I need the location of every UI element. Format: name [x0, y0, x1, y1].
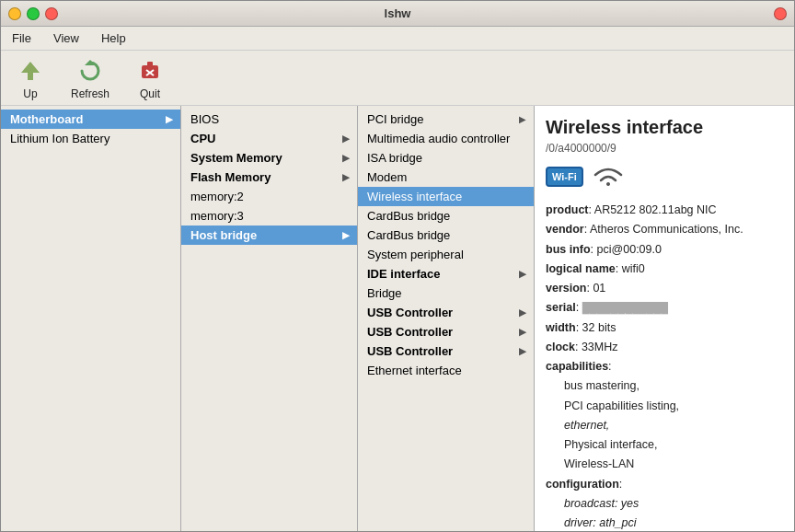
up-icon	[16, 56, 45, 86]
up-button[interactable]: Up	[8, 52, 52, 104]
list-item-ide[interactable]: IDE interface ▶	[358, 264, 534, 283]
usb2-arrow: ▶	[519, 327, 526, 337]
toolbar: Up Refresh Quit	[1, 51, 794, 106]
window-title: lshw	[385, 6, 411, 20]
hostbridge-arrow: ▶	[342, 230, 350, 240]
cap-2: ethernet,	[564, 416, 783, 435]
list-item-system-peripheral[interactable]: System peripheral	[358, 245, 534, 264]
minimize-button[interactable]	[8, 7, 21, 20]
list-item-bridge[interactable]: Bridge	[358, 283, 534, 303]
flash-arrow: ▶	[342, 172, 350, 182]
detail-clock-row: clock: 33MHz	[546, 338, 783, 357]
list-item-wireless[interactable]: Wireless interface	[358, 187, 534, 206]
panel-components: BIOS CPU ▶ System Memory ▶ Flash Memory …	[181, 106, 358, 531]
detail-configuration-label: configuration:	[546, 475, 783, 494]
battery-label: Lithium Ion Battery	[10, 132, 109, 145]
cfg-driver: driver: ath_pci	[564, 514, 783, 531]
wifi-icon-area: Wi-Fi	[546, 164, 783, 190]
cap-0: bus mastering,	[564, 376, 783, 396]
menu-view[interactable]: View	[50, 29, 83, 47]
detail-capabilities-label: capabilities:	[546, 357, 783, 376]
sidebar-item-motherboard[interactable]: Motherboard ▶	[1, 110, 180, 129]
detail-title: Wireless interface	[546, 117, 783, 138]
cfg-broadcast: broadcast: yes	[564, 494, 783, 514]
menu-file[interactable]: File	[8, 29, 35, 47]
svg-marker-1	[21, 62, 40, 73]
detail-serial-row: serial: ████████████	[546, 298, 783, 318]
list-item-cpu[interactable]: CPU ▶	[181, 129, 357, 148]
list-item-memory2[interactable]: memory:2	[181, 187, 357, 206]
cap-4: Wireless-LAN	[564, 455, 783, 474]
menu-help[interactable]: Help	[98, 29, 130, 47]
main-window: lshw File View Help Up Refre	[0, 0, 795, 532]
panel-pci-devices: PCI bridge ▶ Multimedia audio controller…	[358, 106, 535, 531]
list-item-pci-bridge[interactable]: PCI bridge ▶	[358, 110, 534, 129]
titlebar-buttons	[8, 7, 58, 20]
serial-redacted: ████████████	[582, 302, 669, 313]
maximize-button[interactable]	[27, 7, 40, 20]
list-item-isa-bridge[interactable]: ISA bridge	[358, 148, 534, 168]
list-item-memory3[interactable]: memory:3	[181, 206, 357, 226]
usb3-arrow: ▶	[519, 346, 526, 356]
refresh-button[interactable]: Refresh	[63, 52, 117, 104]
list-item-usb-3[interactable]: USB Controller ▶	[358, 341, 534, 361]
menubar: File View Help	[1, 27, 794, 51]
list-item-cardbus-2[interactable]: CardBus bridge	[358, 226, 534, 245]
list-item-system-memory[interactable]: System Memory ▶	[181, 148, 357, 168]
list-item-usb-2[interactable]: USB Controller ▶	[358, 322, 534, 341]
detail-vendor-row: vendor: Atheros Communications, Inc.	[546, 220, 783, 239]
cap-1: PCI capabilities listing,	[564, 397, 783, 416]
titlebar: lshw	[1, 1, 794, 27]
list-item-modem[interactable]: Modem	[358, 168, 534, 187]
detail-version-row: version: 01	[546, 279, 783, 298]
svg-rect-4	[147, 62, 153, 69]
wifi-badge: Wi-Fi	[546, 167, 583, 187]
quit-label: Quit	[140, 87, 160, 100]
detail-path: /0/a4000000/9	[546, 142, 783, 155]
content-area: Motherboard ▶ Lithium Ion Battery BIOS C…	[1, 106, 794, 531]
usb1-arrow: ▶	[519, 307, 526, 318]
list-item-cardbus-1[interactable]: CardBus bridge	[358, 206, 534, 226]
cap-3: Physical interface,	[564, 435, 783, 455]
ide-arrow: ▶	[519, 269, 526, 279]
list-item-flash-memory[interactable]: Flash Memory ▶	[181, 168, 357, 187]
detail-logicalname-row: logical name: wifi0	[546, 260, 783, 279]
list-item-host-bridge[interactable]: Host bridge ▶	[181, 226, 357, 245]
panel-motherboard: Motherboard ▶ Lithium Ion Battery	[1, 106, 181, 531]
quit-icon	[135, 56, 165, 86]
motherboard-label: Motherboard	[10, 112, 83, 126]
refresh-label: Refresh	[71, 87, 109, 100]
wifi-signal-icon	[591, 164, 626, 190]
list-item-ethernet[interactable]: Ethernet interface	[358, 361, 534, 380]
detail-panel: Wireless interface /0/a4000000/9 Wi-Fi p…	[535, 106, 794, 531]
quit-button[interactable]: Quit	[128, 52, 172, 104]
motherboard-arrow: ▶	[166, 114, 173, 124]
close-button-left[interactable]	[45, 7, 58, 20]
cpu-arrow: ▶	[342, 133, 350, 144]
list-item-bios[interactable]: BIOS	[181, 110, 357, 129]
pci-bridge-arrow: ▶	[519, 114, 526, 124]
detail-businfo-row: bus info: pci@00:09.0	[546, 240, 783, 260]
detail-width-row: width: 32 bits	[546, 318, 783, 338]
list-item-usb-1[interactable]: USB Controller ▶	[358, 303, 534, 322]
detail-configuration-values: broadcast: yes driver: ath_pci driverver…	[546, 494, 783, 531]
detail-capabilities-values: bus mastering, PCI capabilities listing,…	[546, 376, 783, 474]
sysmem-arrow: ▶	[342, 153, 350, 163]
sidebar-item-battery[interactable]: Lithium Ion Battery	[1, 129, 180, 148]
list-item-multimedia-audio[interactable]: Multimedia audio controller	[358, 129, 534, 148]
close-button-right[interactable]	[774, 7, 787, 20]
up-label: Up	[23, 87, 37, 100]
refresh-icon	[75, 56, 105, 86]
detail-product-row: product: AR5212 802.11abg NIC	[546, 201, 783, 220]
